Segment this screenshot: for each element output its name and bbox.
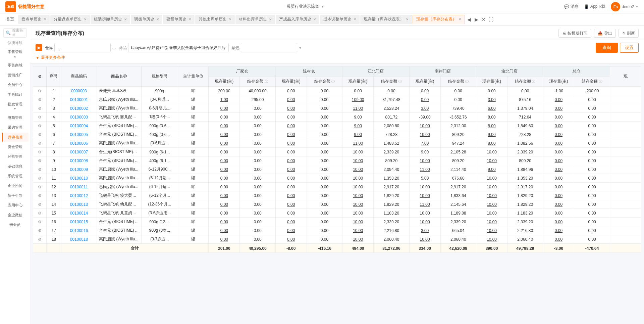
na-stock-cell[interactable]: 3.00 [409,104,440,113]
tab-request[interactable]: 要货单历史 ✕ [163,15,195,24]
yb-stock-cell[interactable]: 8.00 [476,139,507,148]
fc-stock-cell[interactable]: 0.00 [209,200,240,209]
total-stock-cell[interactable]: 0.00 [543,183,574,191]
sidebar-search[interactable]: 🔍 搜索英单 [3,28,27,38]
sidebar-item-retail[interactable]: 零售管理 ▲ [2,47,29,60]
tab-assemble-close[interactable]: ✕ [124,17,127,21]
cc-stock-cell[interactable]: 0.00 [275,87,307,95]
total-stock-cell[interactable]: 0.00 [543,148,574,156]
fc-stock-cell[interactable]: 0.00 [209,104,240,113]
settings-cell[interactable]: ⚙ [33,174,47,183]
tab-assemble[interactable]: 组装拆卸单历史 ✕ [91,15,130,24]
app-download-btn[interactable]: 📱 App下载 [584,4,605,9]
jb-stock-cell[interactable]: 10.00 [342,183,374,191]
jb-stock-cell[interactable]: 10.00 [342,174,374,183]
industry-selector[interactable]: 母婴行业演示陈套 [287,4,319,9]
jb-stock-cell[interactable]: 10.00 [342,191,374,200]
tab-stock-dist[interactable]: 现存量（库存分布表） ✕ [413,15,465,24]
fc-stock-cell[interactable]: 0.00 [209,183,240,191]
sidebar-item-marketing[interactable]: 营销推广 [2,71,29,80]
jb-stock-cell[interactable]: 10.00 [342,218,374,226]
na-stock-cell[interactable]: 0.00 [409,95,440,104]
na-stock-cell[interactable]: 7.00 [409,139,440,148]
fc-stock-cell[interactable]: 0.00 [209,122,240,130]
cc-stock-cell[interactable]: 0.00 [275,209,307,218]
sidebar-item-ecommerce[interactable]: 电商管理 [2,113,29,122]
total-stock-cell[interactable]: 0.00 [543,226,574,235]
yb-info-icon[interactable]: ⓘ [532,80,535,83]
settings-cell[interactable]: ⚙ [33,218,47,226]
yb-stock-cell[interactable]: 0.00 [476,87,507,95]
total-stock-cell[interactable]: 0.00 [543,104,574,113]
yb-stock-cell[interactable]: 10.00 [476,218,507,226]
tab-transfer[interactable]: 调拨单历史 ✕ [131,15,162,24]
tab-expand-btn[interactable]: ⛶ [488,16,494,23]
expand-conditions-btn[interactable]: ▼ 展开更多条件 [36,55,639,60]
jb-stock-cell[interactable]: 10.00 [342,235,374,244]
na-stock-cell[interactable]: 5.00 [409,174,440,183]
total-stock-cell[interactable]: 0.00 [543,235,574,244]
fc-stock-cell[interactable]: 0.00 [209,191,240,200]
fc-stock-cell[interactable]: 0.00 [209,174,240,183]
total-stock-cell[interactable]: 0.00 [543,156,574,165]
total-stock-cell[interactable]: 0.00 [543,113,574,122]
total-stock-cell[interactable]: 0.00 [543,95,574,104]
cc-stock-cell[interactable]: 0.00 [275,104,307,113]
na-stock-cell[interactable]: 10.00 [409,235,440,244]
na-info-icon[interactable]: ⓘ [465,80,469,83]
sidebar-item-fans[interactable]: 畅会员 [2,220,29,229]
sidebar-item-finance[interactable]: 资金管理 [2,142,29,151]
fc-stock-cell[interactable]: 0.00 [209,130,240,139]
na-stock-cell[interactable]: 10.00 [409,183,440,191]
tab-request-close[interactable]: ✕ [189,17,191,21]
tab-stock-status-close[interactable]: ✕ [406,17,409,21]
cc-stock-cell[interactable]: 0.00 [275,139,307,148]
sidebar-item-member[interactable]: 会员中心 [2,80,29,89]
total-stock-cell[interactable]: 0.00 [543,165,574,174]
cc-stock-cell[interactable]: 0.00 [275,235,307,244]
sidebar-item-system[interactable]: 系统管理 [2,172,29,181]
settings-cell[interactable]: ⚙ [33,191,47,200]
fc-stock-cell[interactable]: 200.00 [209,87,240,95]
cc-stock-cell[interactable]: 0.00 [275,191,307,200]
tab-material-out[interactable]: 材料出库单历史 ✕ [235,15,275,24]
fc-stock-cell[interactable]: 0.00 [209,226,240,235]
yb-stock-cell[interactable]: 10.00 [476,183,507,191]
query-btn[interactable]: 查询 [596,43,618,53]
settings-cell[interactable]: ⚙ [33,156,47,165]
expand-filter-btn[interactable]: ▶ [36,44,42,51]
yb-stock-cell[interactable]: 10.00 [476,200,507,209]
settings-cell[interactable]: ⚙ [33,209,47,218]
jb-stock-cell[interactable]: 10.00 [342,156,374,165]
total-stock-cell[interactable]: 0.00 [543,209,574,218]
cc-stock-cell[interactable]: 0.00 [275,130,307,139]
jb-stock-cell[interactable]: 0.00 [342,87,374,95]
cc-stock-cell[interactable]: 0.00 [275,156,307,165]
tab-prev-btn[interactable]: ◀ [466,16,472,23]
total-stock-cell[interactable]: -1.00 [543,87,574,95]
message-btn[interactable]: 💬 消息 [564,4,579,9]
jb-stock-cell[interactable]: 109.00 [342,95,374,104]
fc-stock-cell[interactable]: 0.00 [209,139,240,148]
jb-stock-cell[interactable]: 11.00 [342,139,374,148]
settings-cell[interactable]: ⚙ [33,148,47,156]
jb-stock-cell[interactable]: 10.00 [342,165,374,174]
sidebar-item-enterprise[interactable]: 企业协同 [2,181,29,190]
na-stock-cell[interactable]: 9.00 [409,148,440,156]
na-stock-cell[interactable]: 10.00 [409,209,440,218]
fc-stock-cell[interactable]: 0.00 [209,209,240,218]
settings-cell[interactable]: ⚙ [33,165,47,174]
tab-stocktake-close[interactable]: ✕ [44,17,46,21]
yb-stock-cell[interactable]: 10.00 [476,209,507,218]
na-stock-cell[interactable]: 10.00 [409,122,440,130]
fc-stock-cell[interactable]: 0.00 [209,113,240,122]
fc-stock-cell[interactable]: 0.00 [209,218,240,226]
fc-info-icon[interactable]: ⓘ [265,80,268,83]
sidebar-item-operation[interactable]: 经营管理 [2,152,29,161]
jb-stock-cell[interactable]: 10.00 [342,200,374,209]
jb-stock-cell[interactable]: 10.00 [342,148,374,156]
sidebar-item-retail-store[interactable]: 零售商城 [2,61,29,70]
tab-stock-status[interactable]: 现存量（库存状况表） ✕ [360,15,412,24]
total-stock-cell[interactable]: 0.00 [543,174,574,183]
na-stock-cell[interactable]: 10.00 [409,191,440,200]
